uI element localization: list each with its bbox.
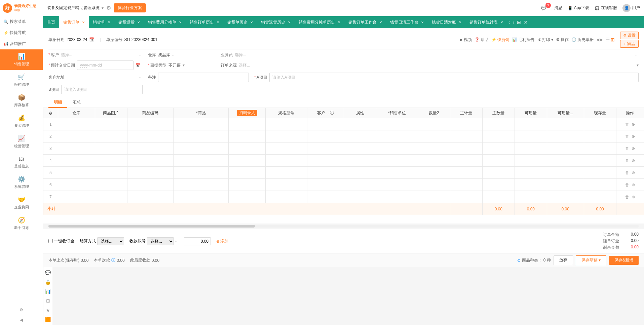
row-qty2-1[interactable]: [418, 118, 450, 130]
row-main-unit-7[interactable]: [450, 191, 482, 203]
copy-icon-6[interactable]: ⊕: [632, 182, 635, 187]
panel-grid-icon[interactable]: ⊞: [44, 297, 52, 305]
history-btn[interactable]: 🕐 历史单据: [571, 37, 594, 43]
system-dropdown-icon[interactable]: ▾: [102, 6, 104, 10]
row-main-qty-3[interactable]: [482, 143, 515, 155]
row-stock-2[interactable]: [584, 130, 616, 143]
tab-fee-split[interactable]: 销售费用分摊单 ✕: [144, 16, 186, 28]
row-available2-6[interactable]: [547, 179, 584, 191]
row-goods-5[interactable]: [173, 167, 229, 179]
customer-placeholder[interactable]: 选择...: [61, 52, 137, 58]
sidebar-item-basic[interactable]: 🗂 基础信息: [0, 152, 43, 172]
row-code-5[interactable]: [127, 167, 173, 179]
row-customer-code-7[interactable]: [307, 191, 344, 203]
row-attr-1[interactable]: [344, 118, 376, 130]
row-available-1[interactable]: [515, 118, 547, 130]
discard-btn[interactable]: 放弃: [554, 255, 573, 265]
tab-cash-account[interactable]: 钱货日清对账 ✕: [428, 16, 465, 28]
row-code-7[interactable]: [127, 191, 173, 203]
account-ellipsis[interactable]: ···: [175, 239, 179, 244]
row-available2-4[interactable]: [547, 155, 584, 167]
row-attr-5[interactable]: [344, 167, 376, 179]
row-main-unit-1[interactable]: [450, 118, 482, 130]
tabs-prev-btn[interactable]: ‹: [507, 19, 512, 25]
row-code-3[interactable]: [127, 143, 173, 155]
row-warehouse-2[interactable]: [58, 130, 95, 143]
row-goods-4[interactable]: [173, 155, 229, 167]
goods-form-btn[interactable]: + 物品: [620, 40, 639, 48]
tab-cash-workbench[interactable]: 钱货日清工作台 ✕: [386, 16, 428, 28]
row-spec-7[interactable]: [266, 191, 307, 203]
delete-icon-6[interactable]: 🗑: [625, 182, 629, 187]
row-qty2-4[interactable]: [418, 155, 450, 167]
tab-refund-history[interactable]: 销货退货历史 ✕: [257, 16, 295, 28]
row-available-2[interactable]: [515, 130, 547, 143]
settings-form-btn[interactable]: ⚙ 设置: [620, 32, 639, 39]
tab-detail[interactable]: 明细: [48, 97, 67, 108]
row-unit-5[interactable]: [376, 167, 418, 179]
delivery-date-input[interactable]: [77, 60, 134, 70]
invoice-type-dropdown-icon[interactable]: ▾: [183, 63, 185, 68]
delete-icon-4[interactable]: 🗑: [625, 158, 629, 163]
row-unit-6[interactable]: [376, 179, 418, 191]
tab-fee-history-close[interactable]: ✕: [338, 21, 340, 24]
sidebar-quicknav[interactable]: ⚡ 快捷导航: [0, 27, 43, 38]
th-customer-code[interactable]: 客户... ⓘ: [307, 108, 344, 118]
row-available2-5[interactable]: [547, 167, 584, 179]
th-attr[interactable]: 属性: [344, 108, 376, 118]
row-available2-3[interactable]: [547, 143, 584, 155]
panel-lock-icon[interactable]: 🔒: [44, 278, 52, 286]
th-stock[interactable]: 现存量: [584, 108, 616, 118]
row-customer-code-3[interactable]: [307, 143, 344, 155]
row-goods-6[interactable]: [173, 179, 229, 191]
sidebar-search[interactable]: 🔍 搜索菜单: [0, 16, 43, 27]
tab-sales-stats-close[interactable]: ✕: [500, 21, 503, 24]
one-click-order-input[interactable]: [48, 239, 53, 243]
row-spec-6[interactable]: [266, 179, 307, 191]
row-spec-5[interactable]: [266, 167, 307, 179]
row-main-qty-2[interactable]: [482, 130, 515, 143]
order-source-dropdown-icon[interactable]: ▾: [637, 63, 639, 68]
tab-sales-history[interactable]: 销货单历史 ✕: [223, 16, 257, 28]
row-warehouse-3[interactable]: [58, 143, 95, 155]
row-qty2-5[interactable]: [418, 167, 450, 179]
row-main-qty-6[interactable]: [482, 179, 515, 191]
amount-input[interactable]: [184, 237, 211, 245]
th-qty2[interactable]: 数量2: [418, 108, 450, 118]
tab-order-history-close[interactable]: ✕: [217, 21, 219, 24]
sidebar-item-guide[interactable]: 🧭 新手引导: [0, 213, 43, 234]
row-scan-3[interactable]: [229, 143, 266, 155]
tabs-expand-btn[interactable]: ⊞: [516, 19, 522, 25]
row-main-unit-2[interactable]: [450, 130, 482, 143]
b-project-input[interactable]: [61, 85, 143, 94]
tab-sales-order[interactable]: 销售订单 ✕: [59, 16, 89, 28]
row-main-unit-4[interactable]: [450, 155, 482, 167]
row-warehouse-5[interactable]: [58, 167, 95, 179]
list-view-btn[interactable]: ☰: [606, 37, 610, 42]
row-attr-2[interactable]: [344, 130, 376, 143]
sidebar-settings-btn[interactable]: ⚙: [0, 305, 43, 315]
panel-star-icon[interactable]: ★: [44, 306, 52, 314]
row-scan-7[interactable]: [229, 191, 266, 203]
grid-view-btn[interactable]: ⊞: [611, 37, 615, 42]
row-attr-3[interactable]: [344, 143, 376, 155]
salesperson-placeholder[interactable]: 选择...: [235, 52, 633, 58]
row-available2-2[interactable]: [547, 130, 584, 143]
row-available-7[interactable]: [515, 191, 547, 203]
row-code-2[interactable]: [127, 130, 173, 143]
row-goods-3[interactable]: [173, 143, 229, 155]
tab-cash-workbench-close[interactable]: ✕: [421, 21, 424, 24]
tab-home[interactable]: 首页: [43, 16, 59, 28]
row-stock-4[interactable]: [584, 155, 616, 167]
row-warehouse-1[interactable]: [58, 118, 95, 130]
online-service-btn[interactable]: 🎧 在线客服: [595, 5, 617, 11]
sidebar-item-inventory[interactable]: 📦 库存核算: [0, 90, 43, 111]
tab-sales-return-close[interactable]: ✕: [108, 21, 110, 24]
row-code-1[interactable]: [127, 118, 173, 130]
delete-icon-3[interactable]: 🗑: [625, 146, 629, 151]
delete-icon-7[interactable]: 🗑: [625, 195, 629, 199]
copy-icon-3[interactable]: ⊕: [632, 146, 635, 151]
copy-icon-2[interactable]: ⊕: [632, 134, 635, 139]
sidebar-item-enterprise[interactable]: 🤝 企业协同: [0, 193, 43, 213]
row-qty2-2[interactable]: [418, 130, 450, 143]
